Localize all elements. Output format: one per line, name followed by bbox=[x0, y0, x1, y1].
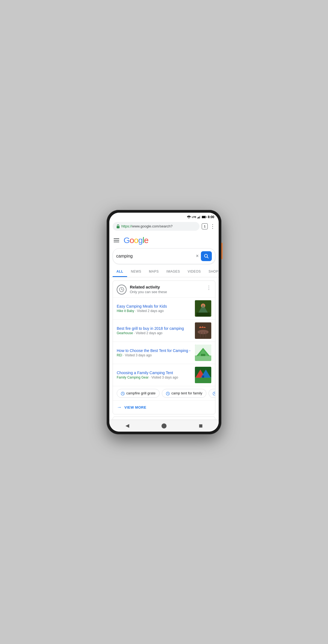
activity-item-3-source: REI bbox=[117, 353, 122, 357]
thumb-camping-kids-image bbox=[195, 300, 211, 317]
activity-item-1-source: Hike it Baby bbox=[117, 309, 134, 313]
bottom-nav: ◀ ⬤ ◼ bbox=[109, 420, 219, 432]
tab-count-button[interactable]: 1 bbox=[202, 223, 208, 229]
google-logo: Google bbox=[124, 236, 148, 245]
svg-rect-3 bbox=[199, 216, 200, 218]
url-text: https://www.google.com/search? bbox=[121, 224, 172, 228]
search-bar[interactable]: camping × bbox=[113, 248, 215, 264]
activity-item-2-title[interactable]: Best fire grill to buy in 2018 for campi… bbox=[117, 326, 192, 331]
chrome-content: Google camping × ALL bbox=[109, 232, 219, 420]
activity-item-1-title[interactable]: Easy Camping Meals for Kids bbox=[117, 304, 192, 308]
recent-apps-button[interactable]: ◼ bbox=[199, 423, 203, 429]
phone-device: LTE bbox=[107, 210, 221, 434]
related-activity-header: Related activity Only you can see these … bbox=[113, 281, 215, 297]
activity-item-4-meta: Family Camping Gear · Visited 3 days ago bbox=[117, 376, 192, 379]
wifi-icon bbox=[187, 215, 191, 218]
svg-point-0 bbox=[188, 218, 189, 218]
svg-line-37 bbox=[215, 394, 215, 394]
recent-chip-campfire[interactable]: campfire grill grate bbox=[117, 389, 160, 398]
svg-rect-24 bbox=[195, 356, 211, 361]
tab-videos[interactable]: VIDEOS bbox=[184, 267, 205, 277]
activity-item-1-text: Easy Camping Meals for Kids Hike it Baby… bbox=[117, 304, 192, 313]
search-query: camping bbox=[116, 254, 196, 259]
related-activity-more-button[interactable]: ⋮ bbox=[206, 285, 211, 291]
tab-all[interactable]: ALL bbox=[113, 267, 127, 277]
logo-g1: G bbox=[124, 236, 130, 245]
tab-shopping[interactable]: SHOPPIN bbox=[205, 267, 219, 277]
phone-inner: LTE bbox=[109, 213, 219, 432]
search-tabs: ALL NEWS MAPS IMAGES VIDEOS SHOPPIN bbox=[109, 267, 219, 277]
activity-item-1-meta: Hike it Baby · Visited 2 days ago bbox=[117, 309, 192, 313]
thumb-tent-image bbox=[195, 345, 211, 361]
svg-line-14 bbox=[122, 290, 123, 290]
search-button[interactable] bbox=[201, 251, 212, 261]
chip-clock-icon-3 bbox=[213, 391, 215, 395]
activity-item-3-meta: REI · Visited 3 days ago bbox=[117, 353, 192, 357]
view-more-label: VIEW MORE bbox=[124, 405, 146, 409]
tab-news[interactable]: NEWS bbox=[127, 267, 145, 277]
url-scheme: https:// bbox=[121, 224, 132, 228]
hamburger-line bbox=[114, 240, 119, 241]
activity-item-4-source: Family Camping Gear bbox=[117, 376, 149, 379]
hamburger-menu[interactable] bbox=[114, 238, 119, 242]
view-more-row[interactable]: → VIEW MORE bbox=[113, 400, 215, 414]
chip-clock-icon-1 bbox=[121, 391, 125, 395]
logo-o1: o bbox=[130, 236, 134, 245]
activity-item-1[interactable]: Easy Camping Meals for Kids Hike it Baby… bbox=[113, 297, 215, 319]
svg-rect-27 bbox=[195, 377, 211, 383]
activity-item-1-date: · Visited 2 days ago bbox=[135, 309, 164, 313]
signal-icon bbox=[197, 215, 201, 218]
battery-icon bbox=[202, 215, 207, 218]
activity-item-2-date: · Visited 2 days ago bbox=[134, 331, 163, 335]
activity-item-4-title[interactable]: Choosing a Family Camping Tent bbox=[117, 371, 192, 375]
activity-item-3[interactable]: How to Choose the Best Tent for Camping … bbox=[113, 342, 215, 364]
svg-line-34 bbox=[168, 394, 169, 394]
activity-item-2[interactable]: Best fire grill to buy in 2018 for campi… bbox=[113, 319, 215, 342]
related-activity-title: Related activity bbox=[130, 285, 167, 289]
thumb-fire-grill-image bbox=[195, 322, 211, 339]
tab-images[interactable]: IMAGES bbox=[163, 267, 184, 277]
status-bar: LTE bbox=[109, 213, 219, 220]
activity-item-3-date: · Visited 3 days ago bbox=[123, 353, 152, 357]
hamburger-line bbox=[114, 242, 119, 242]
svg-rect-2 bbox=[198, 217, 199, 218]
svg-rect-28 bbox=[202, 376, 204, 378]
activity-item-3-text: How to Choose the Best Tent for Camping … bbox=[117, 348, 192, 357]
logo-o2: o bbox=[134, 236, 138, 245]
recent-searches-row: campfire grill grate camp tent for fami bbox=[113, 386, 215, 400]
activity-item-2-source: Gearhouse bbox=[117, 331, 133, 335]
related-activity-subtitle: Only you can see these bbox=[130, 290, 167, 294]
svg-rect-6 bbox=[202, 216, 205, 218]
status-icons: LTE bbox=[187, 215, 214, 219]
hamburger-line bbox=[114, 238, 119, 239]
svg-rect-17 bbox=[196, 313, 210, 317]
search-clear-button[interactable]: × bbox=[196, 253, 199, 259]
activity-item-3-title[interactable]: How to Choose the Best Tent for Camping … bbox=[117, 348, 192, 353]
svg-rect-4 bbox=[200, 216, 200, 218]
logo-e: e bbox=[144, 236, 148, 245]
activity-item-4-thumbnail bbox=[195, 367, 211, 383]
home-button[interactable]: ⬤ bbox=[161, 423, 167, 429]
related-activity-text: Related activity Only you can see these bbox=[130, 285, 167, 294]
recent-chip-tent[interactable]: camp tent for family bbox=[162, 389, 206, 398]
activity-item-2-text: Best fire grill to buy in 2018 for campi… bbox=[117, 326, 192, 335]
svg-line-11 bbox=[207, 257, 209, 258]
url-field[interactable]: https://www.google.com/search? bbox=[113, 222, 200, 231]
logo-g2: g bbox=[138, 236, 143, 245]
svg-line-31 bbox=[123, 394, 124, 394]
activity-item-4[interactable]: Choosing a Family Camping Tent Family Ca… bbox=[113, 364, 215, 386]
tab-maps[interactable]: MAPS bbox=[145, 267, 163, 277]
lock-icon bbox=[116, 224, 120, 229]
svg-rect-25 bbox=[201, 354, 205, 356]
chip-clock-icon-2 bbox=[166, 391, 170, 395]
browser-more-button[interactable]: ⋮ bbox=[210, 224, 215, 229]
thumb-family-image bbox=[195, 367, 211, 383]
back-button[interactable]: ◀ bbox=[125, 423, 129, 429]
activity-item-2-thumbnail bbox=[195, 322, 211, 339]
related-activity-clock-icon bbox=[117, 285, 127, 294]
lte-icon: LTE bbox=[192, 216, 196, 218]
recent-chip-more[interactable] bbox=[209, 389, 215, 398]
volume-button bbox=[221, 243, 222, 259]
svg-rect-7 bbox=[206, 217, 206, 218]
url-path: /search? bbox=[159, 224, 172, 228]
